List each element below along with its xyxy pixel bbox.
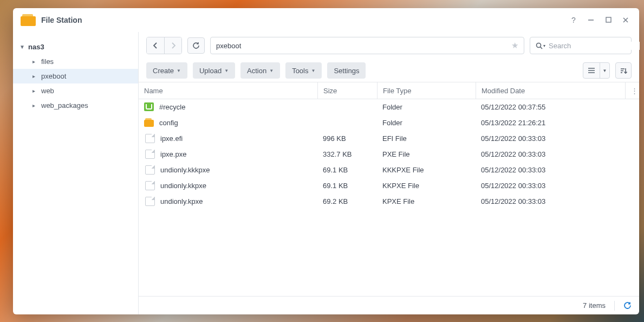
file-name: ipxe.pxe bbox=[160, 150, 186, 158]
tree-root-label: nas3 bbox=[28, 43, 44, 51]
upload-button[interactable]: Upload▼ bbox=[193, 62, 235, 79]
file-date: 05/12/2022 00:33:03 bbox=[476, 134, 625, 143]
item-count: 7 items bbox=[583, 301, 606, 310]
tools-button[interactable]: Tools▼ bbox=[285, 62, 322, 79]
search-input[interactable] bbox=[549, 42, 640, 50]
caret-right-icon: ▸ bbox=[32, 73, 38, 79]
file-icon bbox=[145, 150, 155, 159]
recycle-icon bbox=[144, 102, 154, 111]
nav-toolbar: ★ ▾ bbox=[139, 32, 639, 59]
file-station-window: File Station ? ▼ nas3 ▸files▸pxeboot▸web… bbox=[13, 8, 639, 314]
table-row[interactable]: configFolder05/13/2022 21:26:21 bbox=[139, 115, 639, 131]
action-toolbar: Create▼ Upload▼ Action▼ Tools▼ Settings … bbox=[139, 59, 639, 82]
header-date[interactable]: Modified Date bbox=[476, 82, 625, 99]
caret-right-icon: ▸ bbox=[32, 88, 38, 94]
table-row[interactable]: ipxe.pxe332.7 KBPXE File05/12/2022 00:33… bbox=[139, 146, 639, 162]
action-button[interactable]: Action▼ bbox=[240, 62, 280, 79]
titlebar: File Station ? bbox=[13, 8, 639, 32]
header-name[interactable]: Name bbox=[139, 82, 317, 99]
list-view-icon[interactable] bbox=[583, 63, 600, 78]
main-panel: ★ ▾ Create▼ Upload▼ Action▼ Tools▼ Setti… bbox=[139, 32, 639, 314]
table-row[interactable]: undionly.kkpxe69.1 KBKKPXE File05/12/202… bbox=[139, 178, 639, 194]
create-button[interactable]: Create▼ bbox=[146, 62, 187, 79]
sort-button[interactable] bbox=[615, 62, 632, 79]
maximize-button[interactable] bbox=[602, 14, 614, 26]
caret-right-icon: ▸ bbox=[32, 102, 38, 108]
status-bar: 7 items bbox=[139, 296, 639, 314]
file-date: 05/12/2022 00:33:03 bbox=[476, 166, 625, 174]
file-date: 05/12/2022 00:37:55 bbox=[476, 103, 625, 111]
sidebar-item-label: files bbox=[41, 57, 54, 66]
header-size[interactable]: Size bbox=[317, 82, 377, 99]
sidebar-item-pxeboot[interactable]: ▸pxeboot bbox=[13, 69, 138, 83]
search-box[interactable]: ▾ bbox=[530, 37, 632, 54]
path-box[interactable]: ★ bbox=[210, 37, 524, 54]
close-button[interactable] bbox=[620, 14, 632, 26]
file-size: 332.7 KB bbox=[317, 150, 377, 158]
minimize-button[interactable] bbox=[585, 14, 597, 26]
sidebar-item-web_packages[interactable]: ▸web_packages bbox=[13, 98, 138, 113]
file-name: undionly.kkpxe bbox=[160, 182, 206, 190]
caret-down-icon: ▼ bbox=[19, 44, 25, 50]
svg-line-5 bbox=[541, 47, 543, 49]
file-name: config bbox=[159, 119, 178, 127]
tree-root[interactable]: ▼ nas3 bbox=[13, 40, 138, 54]
file-size: 69.1 KB bbox=[317, 182, 377, 190]
table-header: Name Size File Type Modified Date ⋮ bbox=[139, 82, 639, 99]
file-type: KKPXE File bbox=[377, 182, 476, 190]
file-date: 05/12/2022 00:33:03 bbox=[476, 182, 625, 190]
sidebar-item-label: pxeboot bbox=[41, 72, 66, 80]
app-title: File Station bbox=[41, 16, 82, 24]
sidebar-item-web[interactable]: ▸web bbox=[13, 83, 138, 98]
favorite-star-icon[interactable]: ★ bbox=[511, 41, 518, 50]
search-dropdown-icon: ▾ bbox=[543, 43, 545, 48]
folder-icon bbox=[144, 118, 154, 127]
app-folder-icon bbox=[21, 14, 36, 26]
file-size: 69.1 KB bbox=[317, 166, 377, 174]
file-icon bbox=[145, 197, 155, 206]
settings-button[interactable]: Settings bbox=[327, 62, 366, 79]
forward-button[interactable] bbox=[164, 37, 181, 54]
file-name: undionly.kpxe bbox=[160, 197, 203, 205]
file-icon bbox=[145, 181, 155, 190]
nav-history bbox=[146, 37, 182, 54]
file-type: Folder bbox=[377, 103, 476, 111]
table-row[interactable]: #recycleFolder05/12/2022 00:37:55 bbox=[139, 99, 639, 115]
separator bbox=[614, 301, 615, 311]
file-type: EFI File bbox=[377, 134, 476, 143]
refresh-button[interactable] bbox=[187, 37, 205, 54]
file-date: 05/13/2022 21:26:21 bbox=[476, 119, 625, 127]
search-icon[interactable]: ▾ bbox=[536, 42, 545, 49]
file-type: KPXE File bbox=[377, 197, 476, 205]
file-table: Name Size File Type Modified Date ⋮ #rec… bbox=[139, 82, 639, 296]
file-type: KKKPXE File bbox=[377, 166, 476, 174]
header-type[interactable]: File Type bbox=[377, 82, 476, 99]
svg-point-4 bbox=[537, 43, 541, 47]
caret-right-icon: ▸ bbox=[32, 59, 38, 65]
table-row[interactable]: ipxe.efi996 KBEFI File05/12/2022 00:33:0… bbox=[139, 131, 639, 146]
sidebar-item-label: web bbox=[41, 87, 54, 95]
file-date: 05/12/2022 00:33:03 bbox=[476, 197, 625, 205]
view-dropdown-icon[interactable]: ▼ bbox=[600, 63, 609, 78]
file-name: undionly.kkkpxe bbox=[160, 166, 210, 174]
status-refresh-icon[interactable] bbox=[623, 301, 632, 310]
svg-rect-1 bbox=[606, 17, 611, 22]
sidebar-item-label: web_packages bbox=[41, 101, 88, 110]
table-row[interactable]: undionly.kpxe69.2 KBKPXE File05/12/2022 … bbox=[139, 194, 639, 209]
file-name: ipxe.efi bbox=[160, 134, 183, 143]
view-mode-control[interactable]: ▼ bbox=[583, 62, 610, 79]
file-type: PXE File bbox=[377, 150, 476, 158]
sidebar: ▼ nas3 ▸files▸pxeboot▸web▸web_packages bbox=[13, 32, 139, 314]
file-size: 69.2 KB bbox=[317, 197, 377, 205]
file-icon bbox=[145, 165, 155, 175]
help-button[interactable]: ? bbox=[568, 14, 580, 26]
table-row[interactable]: undionly.kkkpxe69.1 KBKKKPXE File05/12/2… bbox=[139, 162, 639, 178]
file-date: 05/12/2022 00:33:03 bbox=[476, 150, 625, 158]
path-input[interactable] bbox=[216, 42, 507, 50]
file-size: 996 KB bbox=[317, 134, 377, 143]
file-type: Folder bbox=[377, 119, 476, 127]
file-icon bbox=[145, 134, 155, 143]
back-button[interactable] bbox=[147, 37, 164, 54]
sidebar-item-files[interactable]: ▸files bbox=[13, 54, 138, 69]
header-more-icon[interactable]: ⋮ bbox=[625, 82, 639, 99]
